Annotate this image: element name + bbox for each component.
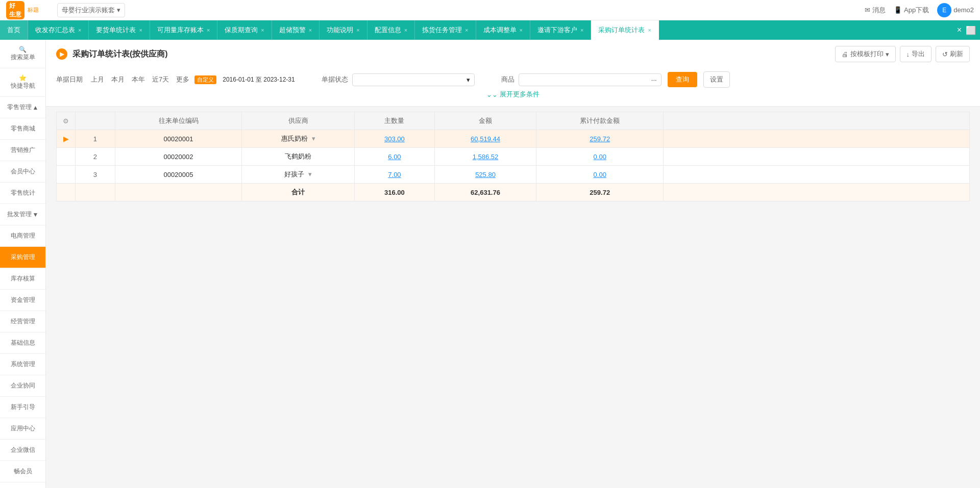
goods-input[interactable]: ···	[519, 73, 662, 86]
marketing-label: 营销推广	[2, 146, 43, 155]
row-paid: 259.72	[536, 130, 664, 148]
sidebar-item-enterprise-wechat[interactable]: 企业微信	[0, 440, 45, 461]
shortcut-more[interactable]: 更多	[174, 74, 191, 85]
shortcut-this-month[interactable]: 本月	[109, 74, 127, 85]
user-menu[interactable]: E demo2	[937, 3, 974, 17]
date-filter-label: 单据日期	[56, 75, 83, 84]
tab-close-icon[interactable]: ×	[78, 27, 81, 33]
row-expand-icon[interactable]: ▶	[63, 135, 69, 143]
tab-expiry[interactable]: 保质期查询 ×	[217, 20, 272, 40]
sidebar-item-new-guide[interactable]: 新手引导	[0, 397, 45, 418]
tab-goods-stats[interactable]: 要货单统计表 ×	[89, 20, 150, 40]
table-row: ▶ 1 00020001 惠氏奶粉 ▾ 303.00 60,519.44 259…	[57, 130, 970, 148]
tab-close-icon[interactable]: ×	[207, 27, 210, 33]
expand-more-btn[interactable]: ⌄⌄ 展开更多条件	[486, 90, 540, 99]
print-icon: 🖨	[842, 50, 848, 58]
org-selector[interactable]: 母婴行业演示账套 ▾	[57, 3, 125, 17]
col-paid: 累计付款金额	[536, 112, 664, 130]
tab-label: 邀请下游客户	[537, 25, 577, 35]
export-icon: ↓	[906, 50, 910, 58]
sidebar-item-enterprise-collab[interactable]: 企业协同	[0, 375, 45, 397]
chevron-up-icon: ▲	[33, 104, 39, 111]
tab-overstock[interactable]: 超储预警 ×	[272, 20, 320, 40]
sidebar-item-retail-stats[interactable]: 零售统计	[0, 183, 45, 204]
tab-close-icon[interactable]: ×	[356, 27, 359, 33]
goods-more-icon[interactable]: ···	[651, 76, 657, 84]
sidebar-item-basic-info[interactable]: 基础信息	[0, 332, 45, 354]
sidebar-item-purchase[interactable]: 采购管理	[0, 247, 45, 268]
tab-config[interactable]: 配置信息 ×	[368, 20, 415, 40]
tab-home[interactable]: 首页	[0, 20, 28, 40]
expand-toggle-btn[interactable]: ▶	[56, 48, 67, 60]
app-center-label: 应用中心	[2, 424, 43, 433]
sidebar-item-finance[interactable]: 资金管理	[0, 290, 45, 311]
tab-purchase-stats[interactable]: 采购订单统计表 ×	[591, 20, 658, 40]
top-btn-group: 🖨 按模板打印 ▾ ↓ 导出 ↺ 刷新	[835, 46, 970, 62]
messages-btn[interactable]: ✉ 消息	[865, 6, 886, 15]
expand-row: ⌄⌄ 展开更多条件	[56, 88, 970, 101]
print-btn[interactable]: 🖨 按模板打印 ▾	[835, 46, 896, 62]
shortcut-this-year[interactable]: 本年	[130, 74, 147, 85]
settings-btn[interactable]: 设置	[703, 71, 730, 88]
tab-close-icon[interactable]: ×	[465, 27, 468, 33]
tab-close-icon[interactable]: ×	[139, 27, 142, 33]
messages-label: 消息	[872, 6, 886, 15]
query-btn[interactable]: 查询	[668, 72, 697, 87]
sidebar-item-member[interactable]: 会员中心	[0, 161, 45, 183]
sidebar-item-stock-check[interactable]: 库存核算	[0, 268, 45, 290]
app-download-btn[interactable]: 📱 App下载	[894, 6, 929, 15]
sidebar-item-marketing[interactable]: 营销推广	[0, 140, 45, 161]
tab-close-icon[interactable]: ×	[404, 27, 407, 33]
sidebar-item-sys-mgmt[interactable]: 系统管理	[0, 354, 45, 375]
refresh-icon: ↺	[942, 50, 948, 58]
content-area: ▶ 采购订单统计表(按供应商) 🖨 按模板打印 ▾ ↓ 导出 ↺ 刷新	[46, 40, 980, 488]
col-settings[interactable]: ⚙	[57, 112, 76, 130]
close-all-icon[interactable]: ×	[957, 25, 962, 35]
row-expand-cell[interactable]: ▶	[57, 130, 76, 148]
filter-area: 单据日期 上月 本月 本年 近7天 更多 自定义 2016-01-01 至 20…	[46, 66, 980, 107]
phone-icon: 📱	[894, 6, 902, 14]
sidebar-item-ops[interactable]: 经营管理	[0, 311, 45, 332]
tab-usable-stock[interactable]: 可用量库存账本 ×	[150, 20, 217, 40]
maximize-icon[interactable]: ⬜	[966, 25, 976, 35]
sidebar-item-app-center[interactable]: 应用中心	[0, 418, 45, 440]
shortcut-7days[interactable]: 近7天	[150, 74, 171, 85]
new-guide-label: 新手引导	[2, 403, 43, 412]
status-select[interactable]: ▾	[352, 73, 475, 86]
refresh-btn[interactable]: ↺ 刷新	[936, 46, 970, 62]
row-expand-cell[interactable]	[57, 148, 76, 166]
sidebar-item-wholesale[interactable]: 批发管理 ▼	[0, 204, 45, 225]
sidebar-item-ecom[interactable]: 电商管理	[0, 225, 45, 247]
supplier-dropdown-icon[interactable]: ▾	[308, 170, 312, 178]
tab-receive-summary[interactable]: 收发存汇总表 ×	[28, 20, 89, 40]
tab-close-icon[interactable]: ×	[648, 27, 651, 33]
shortcut-last-month[interactable]: 上月	[89, 74, 106, 85]
sidebar-item-search[interactable]: 🔍 搜索菜单	[0, 40, 45, 68]
footer-extra	[664, 184, 970, 201]
tab-close-icon[interactable]: ×	[261, 27, 264, 33]
row-expand-cell[interactable]	[57, 166, 76, 184]
custom-date-tag: 自定义	[194, 75, 216, 84]
sidebar-item-vip[interactable]: 畅会员	[0, 461, 45, 482]
tab-close-icon[interactable]: ×	[580, 27, 583, 33]
col-seq	[76, 112, 115, 130]
tab-invite[interactable]: 邀请下游客户 ×	[530, 20, 591, 40]
sidebar-item-quick-nav[interactable]: ⭐ 快捷导航	[0, 68, 45, 97]
status-filter-block: 单据状态 ▾	[322, 73, 475, 86]
tab-pick-task[interactable]: 拣货任务管理 ×	[415, 20, 476, 40]
stock-check-label: 库存核算	[2, 274, 43, 283]
footer-amount: 62,631.76	[434, 184, 536, 201]
tab-cost-adjust[interactable]: 成本调整单 ×	[476, 20, 530, 40]
tab-label: 收发存汇总表	[35, 25, 75, 35]
supplier-dropdown-icon[interactable]: ▾	[312, 135, 315, 142]
export-btn[interactable]: ↓ 导出	[900, 46, 932, 62]
sidebar-item-retail-mgmt[interactable]: 零售管理 ▲	[0, 97, 45, 118]
tab-label: 可用量库存账本	[157, 25, 204, 35]
tab-label: 成本调整单	[483, 25, 517, 35]
tab-close-icon[interactable]: ×	[309, 27, 312, 33]
purchase-label: 采购管理	[2, 253, 43, 262]
tab-func-desc[interactable]: 功能说明 ×	[320, 20, 367, 40]
row-seq: 3	[76, 166, 115, 184]
tab-close-icon[interactable]: ×	[520, 27, 523, 33]
sidebar-item-retail-mall[interactable]: 零售商城	[0, 118, 45, 140]
